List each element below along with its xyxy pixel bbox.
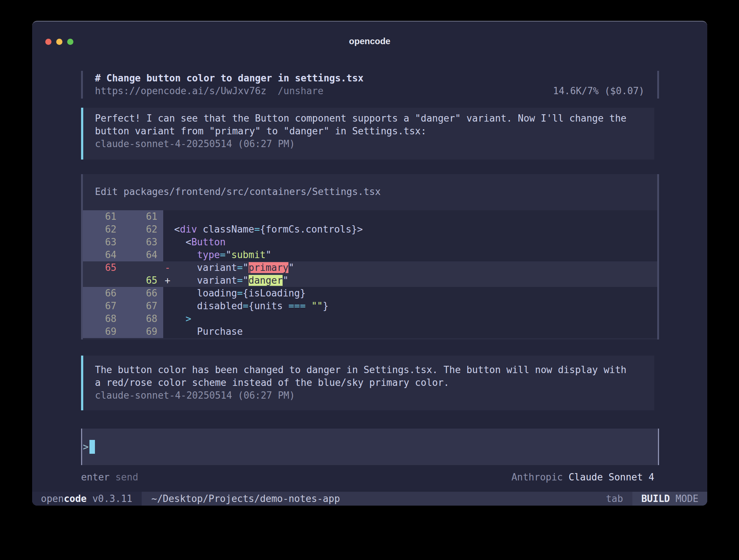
code-token: {isLoading} xyxy=(243,288,306,299)
old-line-number: 62 xyxy=(83,223,116,236)
old-line-number: 67 xyxy=(83,300,116,312)
code-token: > xyxy=(185,313,191,324)
code-line: > xyxy=(174,312,191,325)
code-token: = xyxy=(237,275,243,286)
diff-row: 6666 loading={isLoading} xyxy=(83,287,657,300)
code-token: " xyxy=(226,249,231,260)
session-title: # Change button color to danger in setti… xyxy=(95,72,364,85)
code-token: variant xyxy=(174,262,237,273)
code-token: div xyxy=(180,224,197,235)
code-token: = xyxy=(220,249,226,260)
code-line: <div className={formCs.controls}> xyxy=(174,223,363,236)
app-name-code: code xyxy=(64,493,87,504)
edit-tool-header: Edit packages/frontend/src/containers/Se… xyxy=(95,185,657,198)
new-line-number: 63 xyxy=(116,236,157,249)
diff-row: 6868 > xyxy=(83,312,657,325)
code-token xyxy=(306,300,311,311)
code-token: Purchase xyxy=(174,326,243,337)
code-line: type="submit" xyxy=(174,249,271,261)
window-title: opencode xyxy=(32,36,707,46)
diff-sign xyxy=(163,236,174,249)
diff-gutter: 65 xyxy=(83,261,163,274)
diff-sign xyxy=(163,287,174,300)
code-token: === xyxy=(288,300,306,311)
new-line-number: 68 xyxy=(116,312,157,325)
code-token: = xyxy=(243,300,249,311)
code-token: primary xyxy=(249,262,289,273)
diff-gutter: 6868 xyxy=(83,312,163,325)
message-text-line: The button color has been changed to dan… xyxy=(95,364,654,376)
diff-sign xyxy=(163,325,174,338)
diff-gutter: 6666 xyxy=(83,287,163,300)
old-line-number: 68 xyxy=(83,312,116,325)
mode-build-label: BUILD xyxy=(641,493,670,504)
new-line-number: 62 xyxy=(116,223,157,236)
titlebar: opencode xyxy=(32,22,707,45)
app-window: opencode # Change button color to danger… xyxy=(32,21,707,506)
code-token: disabled xyxy=(174,300,243,311)
code-token: Button xyxy=(191,237,226,248)
session-header: # Change button color to danger in setti… xyxy=(81,71,659,99)
message-text-line: button variant from "primary" to "danger… xyxy=(95,125,654,138)
code-token: " xyxy=(243,275,249,286)
code-token: "" xyxy=(311,300,323,311)
code-token: danger xyxy=(249,275,283,286)
diff-sign: - xyxy=(163,261,174,274)
code-token: loading xyxy=(174,288,237,299)
share-url-link[interactable]: https://opencode.ai/s/UwJxv76z xyxy=(95,85,267,97)
diff-sign xyxy=(163,223,174,236)
diff-gutter: 6161 xyxy=(83,210,163,223)
new-line-number: 61 xyxy=(116,210,157,223)
code-token: = xyxy=(237,262,243,273)
code-token: variant xyxy=(174,275,237,286)
diff-row: 6464 type="submit" xyxy=(83,249,657,261)
code-line: <Button xyxy=(174,236,226,249)
message-meta: claude-sonnet-4-20250514 (06:27 PM) xyxy=(95,389,654,402)
code-line: disabled={units === ""} xyxy=(174,300,329,312)
diff-row: 6363 <Button xyxy=(83,236,657,249)
code-token: < xyxy=(174,237,191,248)
diff-gutter: 6969 xyxy=(83,325,163,338)
new-line-number: 67 xyxy=(116,300,157,312)
old-line-number xyxy=(83,274,116,287)
code-token: = xyxy=(237,288,243,299)
diff-gutter: 6464 xyxy=(83,249,163,261)
diff-row: 65- variant="primary" xyxy=(83,261,657,274)
diff-sign xyxy=(163,312,174,325)
old-line-number: 61 xyxy=(83,210,116,223)
code-token: " xyxy=(283,275,288,286)
old-line-number: 69 xyxy=(83,325,116,338)
text-cursor xyxy=(89,440,95,454)
unshare-command[interactable]: /unshare xyxy=(278,85,323,97)
code-token: " xyxy=(288,262,294,273)
code-token: {formCs.controls}> xyxy=(260,224,363,235)
code-token: className xyxy=(197,224,254,235)
prompt-input[interactable]: > xyxy=(81,429,659,465)
diff-row: 6161 xyxy=(83,210,657,223)
tab-key-hint: tab xyxy=(606,492,623,506)
old-line-number: 64 xyxy=(83,249,116,261)
diff-row: 6969 Purchase xyxy=(83,325,657,338)
diff-row: 6767 disabled={units === ""} xyxy=(83,300,657,312)
message-text-line: Perfect! I can see that the Button compo… xyxy=(95,112,654,125)
code-token: = xyxy=(254,224,260,235)
code-token: } xyxy=(323,300,329,311)
code-line: variant="primary" xyxy=(174,261,294,274)
new-line-number: 64 xyxy=(116,249,157,261)
diff-row: 65+ variant="danger" xyxy=(83,274,657,287)
diff: 61616262<div className={formCs.controls}… xyxy=(83,210,657,338)
edit-tool-card: Edit packages/frontend/src/containers/Se… xyxy=(81,174,659,340)
model-label: Claude Sonnet 4 xyxy=(568,471,654,484)
code-token: < xyxy=(174,224,180,235)
code-token: submit xyxy=(231,249,266,260)
code-token xyxy=(174,313,185,324)
assistant-message-2: The button color has been changed to dan… xyxy=(81,356,654,410)
old-line-number: 65 xyxy=(83,261,116,274)
hint-send-action: send xyxy=(115,471,138,484)
diff-sign xyxy=(163,249,174,261)
new-line-number xyxy=(116,261,157,274)
status-bar: opencode v0.3.11 ~/Desktop/Projects/demo… xyxy=(32,492,707,506)
app-badge: opencode v0.3.11 xyxy=(32,492,142,506)
new-line-number: 65 xyxy=(116,274,157,287)
diff-sign xyxy=(163,300,174,312)
